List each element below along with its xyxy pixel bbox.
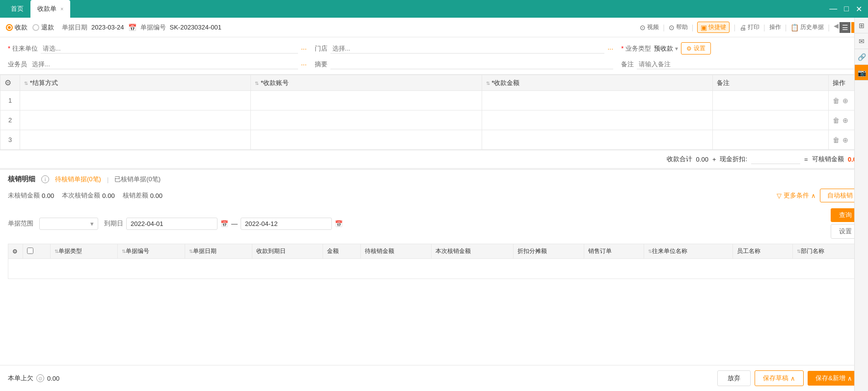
checkbox-all-header[interactable] <box>23 244 51 259</box>
amount-col-header: ⇅ *收款金额 <box>482 75 712 91</box>
date-to-input[interactable] <box>241 218 332 230</box>
summary-input[interactable] <box>330 59 614 69</box>
biz-type-field: 业务类型 预收款 ▾ ⚙ 设置 <box>621 42 860 55</box>
partner-input[interactable] <box>41 44 298 54</box>
verify-header: 核销明细 i 待核销单据(0笔) | 已核销单据(0笔) <box>8 175 860 184</box>
side-table-icon[interactable]: ⊞ <box>855 18 868 33</box>
settlement-cell-1[interactable] <box>20 91 251 111</box>
shop-input[interactable] <box>330 44 605 54</box>
biz-type-select[interactable]: 预收款 ▾ <box>654 44 678 53</box>
side-camera-icon[interactable]: 📷 <box>855 65 868 81</box>
copy-icon-3[interactable]: ⊕ <box>842 136 848 144</box>
pending-tab[interactable]: 待核销单据(0笔) <box>55 175 101 184</box>
sep3: | <box>733 24 735 31</box>
copy-icon-2[interactable]: ⊕ <box>842 116 848 124</box>
account-cell-2[interactable] <box>251 111 482 130</box>
amount-cell-2[interactable] <box>482 111 712 130</box>
delete-icon-2[interactable]: 🗑 <box>833 116 840 124</box>
amount-header: 金额 <box>323 244 360 259</box>
print-btn[interactable]: 🖨 打印 <box>739 23 760 31</box>
date-label: 单据日期 <box>62 23 87 32</box>
table-gear-icon[interactable]: ⚙ <box>4 79 11 87</box>
draft-chevron-icon[interactable]: ∧ <box>790 375 795 382</box>
current-label: 本次核销金额 <box>62 191 100 200</box>
calendar-from-icon[interactable]: 📅 <box>220 220 228 227</box>
equals-label: = <box>804 156 808 163</box>
settings-col-header[interactable]: ⚙ <box>0 75 20 91</box>
list-view-icon[interactable]: ☰ <box>840 22 850 33</box>
salesperson-input[interactable] <box>30 59 298 69</box>
refund-radio[interactable]: 退款 <box>32 23 54 32</box>
date-from-input[interactable] <box>126 218 217 230</box>
delete-icon-1[interactable]: 🗑 <box>833 97 840 105</box>
quota-info-icon[interactable]: ⊙ <box>36 374 44 382</box>
row-num-2: 2 <box>0 111 20 130</box>
settings-btn[interactable]: ⚙ 设置 <box>681 42 711 55</box>
save-new-btn[interactable]: 保存&新增 ∧ <box>808 371 860 386</box>
done-tab[interactable]: 已核销单据(0笔) <box>114 175 161 184</box>
save-chevron-icon[interactable]: ∧ <box>847 375 852 382</box>
remark-cell-3[interactable] <box>712 130 828 150</box>
partner-more-btn[interactable]: ··· <box>301 45 307 53</box>
video-btn[interactable]: ⊙ 视频 <box>640 23 659 31</box>
tab-receipt[interactable]: 收款单 × <box>30 0 70 18</box>
settlement-col-header: ⇅ *结算方式 <box>20 75 251 91</box>
bottom-table: ⚙ ⇅单据类型 ⇅单据编号 ⇅单据日期 <box>8 244 860 279</box>
close-window-icon[interactable]: ✕ <box>854 3 864 15</box>
operation-btn[interactable]: 操作 <box>769 23 781 31</box>
tab-home[interactable]: 首页 <box>4 0 30 18</box>
calendar-icon[interactable]: 📅 <box>128 24 136 31</box>
calendar-to-icon[interactable]: 📅 <box>335 220 343 227</box>
quota-label: 本单上欠 <box>8 374 33 383</box>
account-col-header: ⇅ *收款账号 <box>251 75 482 91</box>
account-cell-3[interactable] <box>251 130 482 150</box>
shop-more-btn[interactable]: ··· <box>607 45 613 53</box>
settlement-cell-3[interactable] <box>20 130 251 150</box>
shortcut-btn[interactable]: ▣ 快捷键 <box>697 22 730 33</box>
close-icon[interactable]: × <box>60 6 63 12</box>
video-icon: ⊙ <box>640 24 646 31</box>
copy-icon-1[interactable]: ⊕ <box>842 97 848 105</box>
bottom-table-wrapper: ⚙ ⇅单据类型 ⇅单据编号 ⇅单据日期 <box>8 244 860 279</box>
prev-icon[interactable]: ◀ <box>834 22 839 33</box>
gear-bottom-icon[interactable]: ⚙ <box>12 248 18 255</box>
delete-icon-3[interactable]: 🗑 <box>833 136 840 144</box>
bottom-table-empty-row <box>8 259 860 279</box>
abandon-btn[interactable]: 放弃 <box>717 370 751 386</box>
receipt-radio[interactable]: 收款 <box>6 23 27 32</box>
settlement-cell-2[interactable] <box>20 111 251 130</box>
amount-cell-1[interactable] <box>482 91 712 111</box>
salesperson-label: 业务员 <box>8 60 27 69</box>
doc-num-header: ⇅单据编号 <box>117 244 185 259</box>
salesperson-more-btn[interactable]: ··· <box>301 60 307 68</box>
remark-input[interactable] <box>637 59 860 69</box>
sep5: | <box>785 24 787 31</box>
account-cell-1[interactable] <box>251 91 482 111</box>
discount-input[interactable] <box>751 154 800 164</box>
plus-label: + <box>712 156 716 163</box>
biz-type-value: 预收款 <box>654 44 673 53</box>
range-select[interactable]: ▾ <box>39 218 98 230</box>
remark-cell-1[interactable] <box>712 91 828 111</box>
side-link-icon[interactable]: 🔗 <box>855 49 868 65</box>
chevron-down-icon: ▾ <box>675 45 678 52</box>
amount-cell-3[interactable] <box>482 130 712 150</box>
maximize-icon[interactable]: □ <box>842 3 851 14</box>
save-draft-btn[interactable]: 保存草稿 ∧ <box>755 370 804 386</box>
history-btn[interactable]: 📋 历史单据 <box>790 23 824 31</box>
verify-title: 核销明细 <box>8 175 35 184</box>
toolbar: 收款 退款 单据日期 2023-03-24 📅 单据编号 SK-20230324… <box>0 18 868 37</box>
checkbox-col-header[interactable]: ⚙ <box>8 244 23 259</box>
pending-verify-header: 待核销金额 <box>360 244 431 259</box>
select-all-checkbox[interactable] <box>27 248 33 254</box>
help-btn[interactable]: ⊙ 帮助 <box>669 23 688 31</box>
minimize-icon[interactable]: — <box>827 3 839 14</box>
info-icon[interactable]: i <box>41 175 49 183</box>
range-chevron-icon: ▾ <box>90 220 94 227</box>
side-mail-icon[interactable]: ✉ <box>855 33 868 49</box>
summary-label: 摘要 <box>315 60 327 69</box>
remark-cell-2[interactable] <box>712 111 828 130</box>
current-verify-header: 本次核销金额 <box>431 244 513 259</box>
receipt-radio-circle <box>6 24 13 31</box>
more-conditions-btn[interactable]: ▽ 更多条件 ∧ <box>777 191 816 200</box>
